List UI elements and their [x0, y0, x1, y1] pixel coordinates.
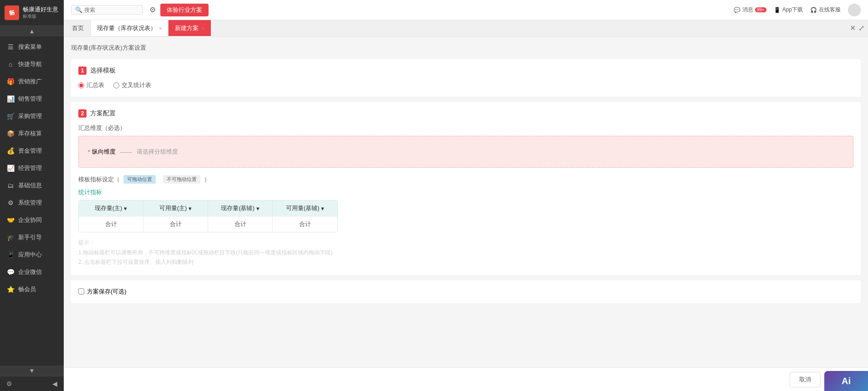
- brand-name: 畅康通好生意: [23, 6, 58, 14]
- online-service-btn[interactable]: 🎧 在线客服: [810, 6, 841, 14]
- tab-new-scheme[interactable]: 新建方案 ×: [168, 20, 210, 36]
- sidebar-item-membership[interactable]: ⭐ 畅会员: [0, 281, 64, 298]
- sidebar-item-finance[interactable]: 💰 资金管理: [0, 142, 64, 159]
- tab-inventory-close-icon[interactable]: ×: [159, 26, 162, 31]
- tabs-right-controls: ✕ ⤢: [850, 24, 866, 32]
- step2-section: 2 方案配置 汇总维度（必选） * 纵向维度 —— 请选择分组维度 模板指标设定…: [71, 102, 861, 275]
- topbar-right: 💬 消息 99+ 📱 App下载 🎧 在线客服: [734, 4, 861, 16]
- brand-edition: 标准版: [23, 13, 58, 20]
- search-box[interactable]: 🔍: [71, 5, 143, 15]
- tab-new-close-icon[interactable]: ×: [201, 26, 204, 31]
- tab-inventory-status[interactable]: 现存量（库存状况表） ×: [91, 20, 168, 36]
- required-mark: *: [88, 149, 90, 155]
- tab-close-btn[interactable]: ✕: [850, 24, 856, 32]
- sidebar-item-newguide[interactable]: 🎓 新手引导: [0, 229, 64, 246]
- sidebar-item-business[interactable]: 📈 经营管理: [0, 159, 64, 177]
- sidebar-scroll-up[interactable]: ▲: [0, 26, 64, 36]
- stats-col-4-header[interactable]: 可用量(基辅) ▾: [273, 201, 337, 216]
- star-icon: ⭐: [6, 286, 15, 293]
- step1-header: 1 选择模板: [78, 67, 853, 75]
- tab-inventory-status-label: 现存量（库存状况表）: [97, 24, 156, 32]
- headset-icon: 🎧: [810, 7, 817, 13]
- app-download-btn[interactable]: 📱 App下载: [774, 6, 803, 14]
- dimension-box[interactable]: * 纵向维度 —— 请选择分组维度: [78, 136, 853, 168]
- sidebar-item-inventory[interactable]: 📦 库存核算: [0, 125, 64, 142]
- stats-col-3-header[interactable]: 现存量(基辅) ▾: [208, 201, 273, 216]
- radio-crosstab-input[interactable]: [113, 82, 119, 88]
- tips-title: 提示：: [78, 239, 95, 246]
- messages-btn[interactable]: 💬 消息 99+: [734, 6, 766, 14]
- save-checkbox[interactable]: [78, 288, 84, 294]
- stats-col-3-body: 合计: [208, 216, 273, 232]
- money-icon: 💰: [6, 147, 15, 154]
- radio-summary-label: 汇总表: [87, 81, 104, 89]
- tab-expand-btn[interactable]: ⤢: [858, 24, 864, 32]
- sidebar-item-label: 系统管理: [18, 199, 42, 207]
- sidebar-item-label: 畅会员: [18, 285, 36, 293]
- collapse-icon[interactable]: ◀: [52, 380, 57, 387]
- app-download-icon: 📱: [774, 7, 781, 13]
- messages-label: 消息: [742, 6, 753, 14]
- cancel-button[interactable]: 取消: [790, 372, 821, 387]
- stats-col-2-header[interactable]: 可用量(主) ▾: [143, 201, 208, 216]
- stats-section-title: 统计指标: [78, 188, 853, 196]
- stats-col-1-header[interactable]: 现存量(主) ▾: [79, 201, 143, 216]
- vertical-dim-label: 纵向维度: [92, 148, 116, 156]
- stats-col-3-name: 现存量(基辅): [221, 204, 255, 212]
- stats-col-4-body: 合计: [273, 216, 337, 232]
- search-icon: 🔍: [75, 6, 82, 13]
- step1-section: 1 选择模板 汇总表 交叉统计表: [71, 59, 861, 97]
- info-icon: 🗂: [6, 182, 15, 189]
- settings-icon[interactable]: ⚙: [6, 380, 12, 387]
- sidebar-item-label: 销售管理: [18, 95, 42, 103]
- sidebar-item-system[interactable]: ⚙ 系统管理: [0, 194, 64, 211]
- radio-summary[interactable]: 汇总表: [78, 81, 104, 89]
- chevron-down-icon-1: ▾: [124, 205, 127, 212]
- industry-btn[interactable]: 体验行业方案: [160, 4, 209, 16]
- sidebar-item-label: 搜索菜单: [18, 43, 42, 51]
- search-input[interactable]: [84, 7, 139, 13]
- wechat-icon: 💬: [6, 268, 15, 276]
- radio-crosstab[interactable]: 交叉统计表: [113, 81, 151, 89]
- sidebar-item-basic[interactable]: 🗂 基础信息: [0, 177, 64, 194]
- content-area: 现存量(库存状况表)方案设置 1 选择模板 汇总表 交叉统计表: [64, 36, 868, 367]
- dim-placeholder: 请选择分组维度: [137, 148, 178, 156]
- main-area: 🔍 ⚙ 体验行业方案 💬 消息 99+ 📱 App下载 🎧 在线客服 首页: [64, 0, 868, 391]
- sidebar-item-marketing[interactable]: 🎁 营销推广: [0, 73, 64, 90]
- sidebar-item-purchase[interactable]: 🛒 采购管理: [0, 108, 64, 125]
- radio-summary-input[interactable]: [78, 82, 84, 88]
- page-title: 现存量(库存状况表)方案设置: [71, 44, 861, 52]
- save-label: 方案保存(可选): [87, 288, 127, 296]
- sidebar-item-appcenter[interactable]: 📱 应用中心: [0, 246, 64, 263]
- brand-logo: 畅: [5, 5, 19, 20]
- footer: 取消 查询: [64, 367, 868, 391]
- topbar-settings-icon[interactable]: ⚙: [149, 5, 156, 14]
- sidebar-item-label: 采购管理: [18, 112, 42, 120]
- online-service-label: 在线客服: [819, 6, 841, 14]
- step2-header: 2 方案配置: [78, 109, 853, 118]
- tab-home[interactable]: 首页: [66, 20, 91, 36]
- sidebar-item-sales[interactable]: 📊 销售管理: [0, 90, 64, 108]
- ai-float-button[interactable]: Ai: [824, 371, 868, 391]
- sidebar-bottom: ⚙ ◀: [0, 376, 64, 391]
- brand: 畅 畅康通好生意 标准版: [0, 0, 64, 26]
- step2-badge: 2: [78, 109, 87, 118]
- stats-col-2-name: 可用量(主): [159, 204, 187, 212]
- step1-title: 选择模板: [90, 67, 116, 75]
- business-icon: 📈: [6, 165, 15, 172]
- sidebar-item-label: 基础信息: [18, 181, 42, 190]
- sidebar-item-enterprise[interactable]: 🤝 企业协同: [0, 211, 64, 229]
- chevron-down-icon-4: ▾: [321, 205, 324, 212]
- tab-new-label: 新建方案: [175, 24, 199, 32]
- sidebar-item-label: 资金管理: [18, 147, 42, 155]
- sidebar-nav: ☰ 搜索菜单 ⌂ 快捷导航 🎁 营销推广 📊 销售管理 🛒 采购管理 📦 库存核…: [0, 36, 64, 365]
- avatar[interactable]: [848, 4, 861, 16]
- sidebar-item-wechat[interactable]: 💬 企业微信: [0, 263, 64, 281]
- sidebar-item-label: 快捷导航: [18, 60, 42, 68]
- sidebar-item-search[interactable]: ☰ 搜索菜单: [0, 38, 64, 56]
- sidebar-item-quick-nav[interactable]: ⌂ 快捷导航: [0, 56, 64, 73]
- sidebar-scroll-down[interactable]: ▼: [0, 365, 64, 376]
- topbar: 🔍 ⚙ 体验行业方案 💬 消息 99+ 📱 App下载 🎧 在线客服: [64, 0, 868, 20]
- tag-fixed: 不可拖动位置: [163, 175, 200, 184]
- radio-crosstab-label: 交叉统计表: [122, 81, 151, 89]
